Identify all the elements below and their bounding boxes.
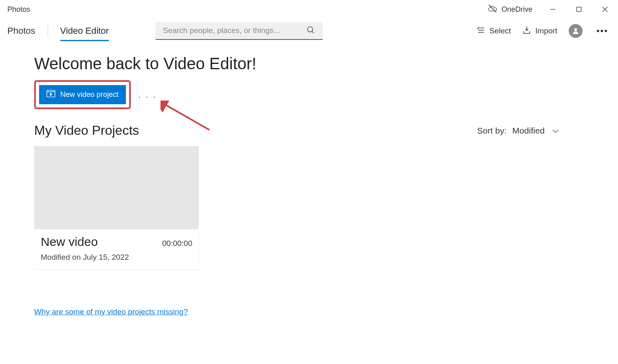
search-container <box>156 22 323 40</box>
import-label: Import <box>535 26 557 35</box>
select-label: Select <box>489 26 511 35</box>
more-options[interactable]: . . . <box>138 90 157 100</box>
select-icon <box>476 26 485 37</box>
cloud-off-icon <box>488 4 497 15</box>
search-icon[interactable] <box>306 26 315 36</box>
projects-title: My Video Projects <box>34 123 139 138</box>
app-title: Photos <box>7 5 30 14</box>
project-duration: 00:00:00 <box>162 239 192 248</box>
select-button[interactable]: Select <box>476 26 511 37</box>
page-title: Welcome back to Video Editor! <box>34 55 584 73</box>
help-link[interactable]: Why are some of my video projects missin… <box>34 307 188 316</box>
svg-marker-14 <box>50 93 52 95</box>
new-video-project-button[interactable]: New video project <box>39 85 126 104</box>
nav-bar: Photos Video Editor Select <box>0 19 618 43</box>
import-icon <box>522 26 531 37</box>
project-title-row: New video 00:00:00 <box>41 235 192 249</box>
onedrive-status[interactable]: OneDrive <box>488 4 532 15</box>
svg-point-5 <box>308 27 313 32</box>
svg-point-11 <box>574 28 577 31</box>
window-controls <box>540 0 618 19</box>
svg-rect-2 <box>577 7 581 12</box>
import-button[interactable]: Import <box>522 26 557 37</box>
project-card[interactable]: New video 00:00:00 Modified on July 15, … <box>34 146 199 269</box>
main-content: Welcome back to Video Editor! New video … <box>0 43 618 316</box>
project-modified: Modified on July 15, 2022 <box>41 253 192 262</box>
svg-line-6 <box>312 31 314 33</box>
projects-header: My Video Projects Sort by: Modified <box>34 123 584 138</box>
onedrive-label: OneDrive <box>501 5 532 14</box>
tab-video-editor[interactable]: Video Editor <box>60 21 109 41</box>
title-bar: Photos OneDrive <box>0 0 618 19</box>
arrow-annotation <box>161 101 213 135</box>
project-info: New video 00:00:00 Modified on July 15, … <box>34 229 199 269</box>
annotation-highlight: New video project <box>34 80 131 109</box>
avatar[interactable] <box>569 24 583 38</box>
minimize-button[interactable] <box>540 0 566 19</box>
nav-right: Select Import ••• <box>476 24 611 38</box>
sort-value: Modified <box>512 126 545 136</box>
nav-tabs: Photos Video Editor <box>7 21 109 41</box>
tab-divider <box>48 24 48 37</box>
svg-line-16 <box>164 104 209 130</box>
new-video-label: New video project <box>60 90 119 99</box>
project-name: New video <box>41 235 98 249</box>
tab-photos[interactable]: Photos <box>7 21 35 41</box>
chevron-down-icon <box>552 126 559 136</box>
project-thumbnail <box>34 146 199 229</box>
video-add-icon <box>46 90 55 99</box>
more-menu[interactable]: ••• <box>594 26 611 36</box>
title-bar-right: OneDrive <box>488 0 618 19</box>
button-row: New video project . . . <box>34 80 584 109</box>
sort-by: Sort by: Modified <box>477 126 559 136</box>
search-input[interactable] <box>156 22 323 40</box>
sort-by-label: Sort by: <box>477 126 506 136</box>
maximize-button[interactable] <box>566 0 592 19</box>
sort-dropdown[interactable]: Modified <box>512 126 559 136</box>
close-button[interactable] <box>592 0 618 19</box>
